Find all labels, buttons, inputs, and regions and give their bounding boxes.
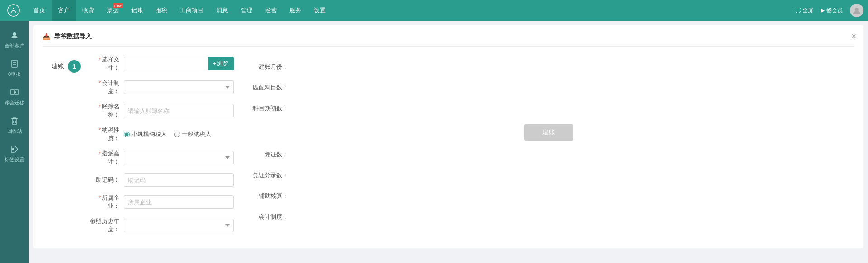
company-input[interactable]: [124, 195, 234, 209]
tax-type-radio-group: 小规模纳税人 一般纳税人: [124, 130, 211, 138]
app-logo: [5, 1, 23, 19]
top-navigation: 首页 客户 收费 票据 new 记账 报税 工商项目 消息 管理 经营 服务 设…: [0, 0, 868, 21]
nav-item-settings[interactable]: 设置: [308, 0, 332, 21]
sidebar-item-all-customers[interactable]: 全部客户: [0, 25, 29, 54]
right-panel: 建账月份： 匹配科目数： 科目期初数： 建账: [252, 56, 845, 241]
member-button[interactable]: ▶ 畅会员: [821, 7, 843, 14]
sidebar-item-recycle[interactable]: 回收站: [0, 111, 29, 139]
svg-point-1: [13, 8, 14, 9]
ledger-name-row: *账簿名称：: [88, 103, 234, 119]
ledger-name-input[interactable]: [124, 104, 234, 117]
play-icon: ▶: [821, 7, 825, 14]
svg-rect-4: [12, 60, 17, 67]
svg-rect-9: [12, 119, 17, 124]
svg-point-12: [13, 149, 14, 150]
accounting-system-row: *会计制度：: [88, 79, 234, 95]
accounting-system-select[interactable]: [124, 80, 234, 94]
close-button[interactable]: ×: [851, 32, 856, 41]
nav-item-fee[interactable]: 收费: [76, 0, 100, 21]
accountant-select[interactable]: [124, 151, 234, 164]
ledger-name-label: *账簿名称：: [88, 103, 124, 119]
match-subject-row: 匹配科目数：: [252, 81, 845, 94]
voucher-entry-row: 凭证分录数：: [252, 169, 845, 182]
sidebar: 全部客户 0申报 账套迁移: [0, 21, 29, 263]
history-year-row: 参照历史年度：: [88, 217, 234, 234]
svg-point-3: [13, 32, 16, 36]
svg-point-2: [855, 8, 859, 11]
file-input[interactable]: [124, 57, 208, 70]
svg-rect-7: [11, 89, 14, 95]
file-select-row: *选择文件： +浏览: [88, 56, 234, 72]
accountant-row: *指派会计：: [88, 150, 234, 166]
radio-general[interactable]: 一般纳税人: [174, 130, 211, 138]
form-container: 建账 1 *选择文件： +浏览: [43, 56, 854, 241]
nav-item-account[interactable]: 记账: [125, 0, 149, 21]
browse-button[interactable]: +浏览: [208, 57, 234, 70]
period-init-row: 科目期初数：: [252, 102, 845, 115]
right-accounting-system-row: 会计制度：: [252, 210, 845, 224]
dialog: 📥 导爷数据导入 × 建账 1 *选择文件：: [33, 25, 863, 248]
radio-small-scale[interactable]: 小规模纳税人: [124, 130, 167, 138]
voucher-entry-label: 凭证分录数：: [252, 171, 293, 179]
tax-type-row: *纳税性质： 小规模纳税人 一般纳税人: [88, 126, 234, 142]
nav-right: ⛶ 全屏 ▶ 畅会员: [795, 4, 863, 17]
build-account-button[interactable]: 建账: [524, 124, 573, 141]
nav-item-operation[interactable]: 经营: [259, 0, 283, 21]
content-area: 📥 导爷数据导入 × 建账 1 *选择文件：: [29, 21, 868, 263]
memo-code-label: 助记码：: [88, 176, 124, 184]
voucher-count-row: 凭证数：: [252, 148, 845, 161]
main-layout: 全部客户 0申报 账套迁移: [0, 21, 868, 263]
company-row: *所属企业：: [88, 194, 234, 210]
sidebar-item-label-settings[interactable]: 标签设置: [0, 139, 29, 168]
dialog-title: 导爷数据导入: [54, 33, 92, 41]
avatar[interactable]: [850, 4, 863, 17]
nav-item-tax[interactable]: 报税: [149, 0, 174, 21]
nav-item-home[interactable]: 首页: [27, 0, 52, 21]
company-label: *所属企业：: [88, 194, 124, 210]
accounting-system-label: *会计制度：: [88, 79, 124, 95]
nav-item-service[interactable]: 服务: [283, 0, 308, 21]
dialog-header: 📥 导爷数据导入: [43, 33, 854, 47]
voucher-count-label: 凭证数：: [252, 150, 293, 159]
memo-code-row: 助记码：: [88, 173, 234, 187]
accountant-label: *指派会计：: [88, 150, 124, 166]
fullscreen-button[interactable]: ⛶ 全屏: [795, 7, 813, 14]
nav-item-manage[interactable]: 管理: [234, 0, 259, 21]
build-month-label: 建账月份：: [252, 63, 293, 71]
history-year-label: 参照历史年度：: [88, 217, 124, 234]
auxiliary-label: 辅助核算：: [252, 192, 293, 200]
nav-item-customer[interactable]: 客户: [52, 0, 76, 21]
import-icon: 📥: [43, 33, 50, 40]
tax-type-label: *纳税性质：: [88, 126, 124, 142]
sidebar-item-declaration[interactable]: 0申报: [0, 54, 29, 82]
period-init-label: 科目期初数：: [252, 104, 293, 113]
person-icon: [9, 30, 20, 41]
memo-code-input[interactable]: [124, 173, 234, 187]
step-label: 建账 1: [52, 56, 81, 73]
nav-item-invoice[interactable]: 票据 new: [100, 0, 125, 21]
trash-icon: [9, 115, 20, 126]
build-month-row: 建账月份：: [252, 60, 845, 74]
history-year-select[interactable]: [124, 219, 234, 232]
auxiliary-row: 辅助核算：: [252, 189, 845, 203]
nav-item-bizproject[interactable]: 工商项目: [174, 0, 210, 21]
right-accounting-system-label: 会计制度：: [252, 213, 293, 221]
migrate-icon: [9, 87, 20, 98]
label-icon: [9, 144, 20, 155]
nav-item-message[interactable]: 消息: [210, 0, 234, 21]
step-circle: 1: [68, 60, 81, 73]
match-subject-label: 匹配科目数：: [252, 84, 293, 92]
step-section: 建账 1 *选择文件： +浏览: [52, 56, 234, 241]
fullscreen-icon: ⛶: [795, 7, 801, 14]
new-badge: new: [113, 3, 123, 8]
step-text: 建账: [52, 62, 64, 70]
sidebar-item-migrate[interactable]: 账套迁移: [0, 82, 29, 111]
form-fields: *选择文件： +浏览 *会计制度：: [88, 56, 234, 241]
file-icon: [9, 58, 20, 69]
file-label: *选择文件：: [88, 56, 124, 72]
file-input-wrap: +浏览: [124, 57, 234, 70]
